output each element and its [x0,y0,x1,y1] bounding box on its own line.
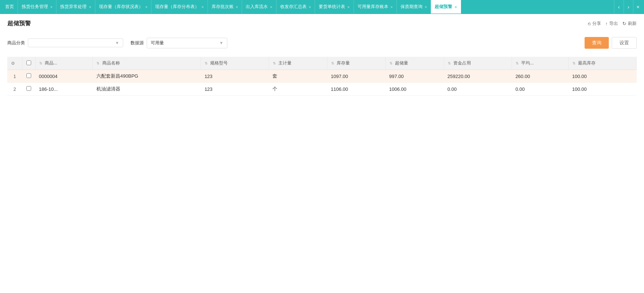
nav-tab-order-stats[interactable]: 要货单统计表 × [315,0,354,14]
stock-cell: 1097.00 [327,70,385,83]
export-button[interactable]: ↑ 导出 [605,21,618,27]
unit-cell: 套 [269,70,327,83]
unit-cell: 个 [269,83,327,96]
nav-tab-collect-summary[interactable]: 收发存汇总表 × [277,0,315,14]
gear-icon[interactable]: ⚙ [11,61,15,66]
gear-column-header: ⚙ [7,57,22,70]
filter-buttons: 查询 设置 [585,37,637,49]
page-content: 超储预警 ⎋ 分享 ↑ 导出 ↻ 刷新 商品分类 ▼ 数据源 [0,14,644,293]
nav-tab-batch-close[interactable]: × [236,5,238,9]
share-button[interactable]: ⎋ 分享 [588,21,601,27]
header-actions: ⎋ 分享 ↑ 导出 ↻ 刷新 [588,21,637,27]
row-checkbox[interactable] [26,86,31,91]
nav-tab-task-mgmt[interactable]: 拣货任务管理 × [18,0,56,14]
capital-use-header: ⇅ 资金占用 [444,57,512,70]
share-icon: ⎋ [588,21,591,26]
avg-header: ⇅ 平均... [512,57,568,70]
nav-tab-available-acct-label: 可用量库存账本 [358,4,388,10]
top-navigation: 首页 拣货任务管理 × 拣货异常处理 × 现存量（库存状况表） × 现存量（库存… [0,0,644,14]
datasource-select[interactable]: 可用量 ▼ [147,38,227,48]
category-chevron-icon: ▼ [115,41,119,45]
nav-tab-inventory-status-label: 现存量（库存状况表） [99,4,143,10]
refresh-button[interactable]: ↻ 刷新 [622,21,637,27]
product-code-sort-icon[interactable]: ⇅ [39,61,42,65]
nav-tab-inventory-dist[interactable]: 现存量（库存分布表） × [151,0,208,14]
share-label: 分享 [592,21,601,27]
nav-tab-order-stats-close[interactable]: × [347,5,350,9]
product-code-cell: 186-10... [35,83,93,96]
nav-tab-inventory-dist-label: 现存量（库存分布表） [155,4,199,10]
nav-prev-arrow[interactable]: ‹ [614,0,623,14]
row-checkbox-cell [22,70,35,83]
nav-tab-inventory-status-close[interactable]: × [145,5,147,9]
nav-tab-inout-flow-close[interactable]: × [270,5,272,9]
capital-use-cell: 0.00 [444,83,512,96]
nav-next-arrow[interactable]: › [623,0,633,14]
row-number: 2 [7,83,22,96]
nav-tab-task-mgmt-close[interactable]: × [50,5,52,9]
stock-sort-icon[interactable]: ⇅ [331,61,334,65]
stock-header: ⇅ 库存量 [327,57,385,70]
category-select[interactable]: ▼ [28,38,123,47]
nav-tab-batch[interactable]: 库存批次账 × [208,0,242,14]
table-row: 2 186-10... 机油滤清器 123 个 1106.00 1006.00 … [7,83,637,96]
category-label: 商品分类 [7,40,25,46]
nav-tab-inventory-status[interactable]: 现存量（库存状况表） × [95,0,151,14]
product-name-header: ⇅ 商品名称 [93,57,201,70]
product-name-cell: 机油滤清器 [93,83,201,96]
product-code-cell: 0000004 [35,70,93,83]
avg-sort-icon[interactable]: ⇅ [516,61,519,65]
nav-tab-overstock-warning-close[interactable]: × [454,5,457,9]
page-title: 超储预警 [7,20,31,27]
max-stock-sort-icon[interactable]: ⇅ [572,61,575,65]
row-checkbox[interactable] [26,73,31,78]
export-icon: ↑ [605,21,608,26]
nav-tab-available-acct[interactable]: 可用量库存账本 × [354,0,397,14]
nav-tab-overstock-warning[interactable]: 超储预警 × [431,0,461,14]
product-name-sort-icon[interactable]: ⇅ [96,61,99,65]
avg-cell: 260.00 [512,70,568,83]
row-number: 1 [7,70,22,83]
nav-tab-home[interactable]: 首页 [1,0,18,14]
nav-close-arrow[interactable]: × [633,0,643,14]
nav-tab-available-acct-close[interactable]: × [391,5,393,9]
nav-tab-quality-check-close[interactable]: × [425,5,427,9]
overstock-sort-icon[interactable]: ⇅ [389,61,392,65]
spec-cell: 123 [201,70,269,83]
nav-tab-abnormal-close[interactable]: × [89,5,91,9]
datasource-value: 可用量 [151,40,164,46]
nav-tab-batch-label: 库存批次账 [212,4,234,10]
nav-tab-abnormal[interactable]: 拣货异常处理 × [56,0,95,14]
nav-tab-quality-check[interactable]: 保质期查询 × [397,0,431,14]
product-code-header: ⇅ 商品... [35,57,93,70]
datasource-filter: 数据源 可用量 ▼ [131,38,227,48]
nav-tab-inventory-dist-close[interactable]: × [201,5,204,9]
max-stock-header: ⇅ 最高库存 [568,57,636,70]
avg-cell: 0.00 [512,83,568,96]
unit-sort-icon[interactable]: ⇅ [273,61,276,65]
datasource-label: 数据源 [131,40,144,46]
unit-header: ⇅ 主计量 [269,57,327,70]
page-header: 超储预警 ⎋ 分享 ↑ 导出 ↻ 刷新 [7,20,637,27]
capital-use-cell: 259220.00 [444,70,512,83]
nav-tab-task-mgmt-label: 拣货任务管理 [22,4,48,10]
nav-arrows: ‹ › × [614,0,643,14]
spec-sort-icon[interactable]: ⇅ [205,61,208,65]
nav-tab-collect-summary-close[interactable]: × [309,5,311,9]
refresh-icon: ↻ [622,21,626,26]
filter-row: 商品分类 ▼ 数据源 可用量 ▼ 查询 设置 [7,33,637,52]
nav-tab-inout-flow[interactable]: 出入库流水 × [242,0,276,14]
spec-cell: 123 [201,83,269,96]
nav-tab-quality-check-label: 保质期查询 [400,4,422,10]
nav-tab-inout-flow-label: 出入库流水 [246,4,268,10]
overstock-cell: 1006.00 [385,83,444,96]
nav-tab-collect-summary-label: 收发存汇总表 [280,4,307,10]
capital-use-sort-icon[interactable]: ⇅ [448,61,451,65]
nav-tab-home-label: 首页 [5,4,14,10]
checkbox-column-header [22,57,35,70]
select-all-checkbox[interactable] [26,60,31,65]
data-table: ⚙ ⇅ 商品... ⇅ 商品名称 ⇅ 规格型号 ⇅ [7,57,637,96]
settings-button[interactable]: 设置 [612,37,637,49]
stock-cell: 1106.00 [327,83,385,96]
query-button[interactable]: 查询 [585,37,609,49]
